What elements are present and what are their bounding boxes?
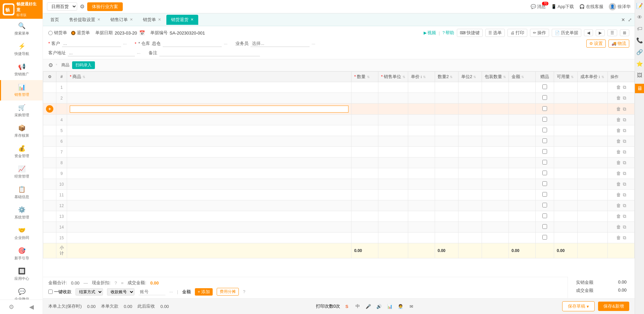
gift-cb[interactable]: [542, 235, 547, 240]
row-cost-3[interactable]: [578, 104, 608, 115]
sidebar-item-marketing[interactable]: 📢 营销推广: [0, 60, 43, 80]
del-icon[interactable]: 🗑: [616, 181, 621, 187]
del-icon[interactable]: 🗑: [616, 203, 621, 208]
tab-sales-delivery-close[interactable]: ✕: [158, 17, 161, 22]
copy-icon-1[interactable]: ⧉: [623, 84, 626, 90]
customer-input[interactable]: [62, 40, 121, 47]
tab-sales-return-close[interactable]: ✕: [191, 17, 194, 22]
sort-icon-price[interactable]: ⇅: [423, 75, 426, 79]
row-qty2-3[interactable]: [435, 104, 458, 115]
row-gift-1[interactable]: [536, 82, 554, 93]
collapse-footer-btn[interactable]: ◀: [29, 303, 34, 311]
tool-icon-6[interactable]: 🧑‍💼: [396, 302, 405, 310]
del-icon[interactable]: 🗑: [616, 192, 621, 198]
warehouse-input[interactable]: [163, 40, 222, 47]
row-product-3[interactable]: [67, 104, 352, 115]
row-qty2-1[interactable]: [435, 82, 458, 93]
sidebar-item-inventory[interactable]: 📦 库存核算: [0, 121, 43, 141]
row-gift-3[interactable]: [536, 104, 554, 115]
row-unit2-1[interactable]: [458, 82, 482, 93]
table-settings-btn[interactable]: ⚙: [48, 62, 53, 68]
row-amount-3[interactable]: [509, 104, 536, 115]
row-avail-3[interactable]: [554, 104, 578, 115]
tool-icon-2[interactable]: 中: [354, 302, 362, 310]
tab-sales-order-close[interactable]: ✕: [130, 17, 133, 22]
sort-icon-qty2[interactable]: ⇅: [450, 75, 452, 79]
grid-view-btn[interactable]: ⊞: [620, 29, 629, 36]
sort-icon-product[interactable]: ⇅: [83, 75, 85, 79]
salesperson-dots-btn[interactable]: ···: [312, 41, 315, 46]
row-amount-1[interactable]: [509, 82, 536, 93]
message-btn[interactable]: 💬 70 消息: [531, 4, 546, 10]
account-select[interactable]: 收款账号: [107, 288, 135, 296]
row-pack-3[interactable]: [482, 104, 508, 115]
row-cost-1[interactable]: [578, 82, 608, 93]
tool-icon-4[interactable]: 🔊: [375, 302, 383, 310]
row-pack-2[interactable]: [482, 93, 508, 104]
tool-icon-1[interactable]: S: [343, 302, 351, 310]
sort-icon-unit2[interactable]: ⇅: [473, 75, 476, 79]
gift-cb[interactable]: [542, 149, 547, 154]
row-avail-2[interactable]: [554, 93, 578, 104]
tab-price-setting[interactable]: 售价提取设置 ✕: [64, 15, 105, 25]
warehouse-dots-btn[interactable]: ···: [224, 41, 227, 46]
row-price-2[interactable]: [408, 93, 435, 104]
del-icon[interactable]: 🗑: [616, 235, 621, 241]
radio-delivery[interactable]: 销货单: [48, 30, 67, 36]
remark-input[interactable]: [159, 50, 260, 56]
delete-icon-3[interactable]: 🗑: [616, 106, 621, 112]
sidebar-item-purchase[interactable]: 🛒 采购管理: [0, 101, 43, 121]
row-unit2-2[interactable]: [458, 93, 482, 104]
cpy-icon[interactable]: ⧉: [623, 235, 626, 241]
rsp-eye-icon[interactable]: 👁: [637, 14, 642, 20]
row-pack-1[interactable]: [482, 82, 508, 93]
del-icon[interactable]: 🗑: [616, 138, 621, 144]
row-product-2[interactable]: [67, 93, 352, 104]
copy-icon-3[interactable]: ⧉: [623, 106, 626, 112]
help-link[interactable]: ? 帮助: [442, 30, 454, 36]
sidebar-item-weixin[interactable]: 💬 企业微信: [0, 285, 43, 300]
tool-icon-3[interactable]: 🎤: [364, 302, 372, 310]
tool-icon-5[interactable]: 📊: [386, 302, 394, 310]
tab-sales-delivery[interactable]: 销货单 ✕: [138, 15, 166, 25]
cpy-icon[interactable]: ⧉: [623, 160, 626, 166]
gift-cb[interactable]: [542, 128, 547, 132]
sort-icon-avail[interactable]: ⇅: [571, 75, 574, 79]
del-icon[interactable]: 🗑: [616, 117, 621, 123]
fee-split-btn[interactable]: 费用分摊: [217, 288, 239, 296]
settings-btn[interactable]: ⚙ 设置: [586, 40, 606, 48]
tool-icon-7[interactable]: ✉: [407, 302, 415, 310]
select-btn[interactable]: ☰ 选单: [485, 29, 505, 37]
one-click-cb-input[interactable]: [48, 290, 53, 294]
rsp-tag-icon[interactable]: 🏷: [637, 26, 642, 32]
row-unit-3[interactable]: [378, 104, 408, 115]
product-input-3[interactable]: [70, 106, 348, 113]
del-icon[interactable]: 🗑: [616, 160, 621, 166]
sidebar-item-newguide[interactable]: 🎯 新手引导: [0, 244, 43, 264]
sidebar-item-finance[interactable]: 💰 资金管理: [0, 141, 43, 162]
cash-discount-help[interactable]: ?: [115, 280, 117, 286]
cpy-icon[interactable]: ⧉: [623, 181, 626, 187]
account-dots-btn[interactable]: ···: [169, 289, 173, 294]
fee-help-icon[interactable]: ?: [243, 289, 245, 294]
one-click-settle-cb[interactable]: 一键收款: [48, 289, 71, 295]
industry-select[interactable]: 日用百货: [47, 2, 77, 11]
save-draft-btn[interactable]: 保存草稿 ▾: [562, 301, 595, 311]
sort-icon-amount[interactable]: ⇅: [521, 75, 524, 79]
sidebar-item-basicinfo[interactable]: 📋 基础信息: [0, 182, 43, 203]
address-input[interactable]: [68, 50, 135, 56]
account-input[interactable]: [139, 289, 165, 295]
online-service-btn[interactable]: 🎧 在线客服: [579, 4, 603, 10]
operate-btn[interactable]: ✏ 操作: [530, 29, 549, 37]
experience-btn[interactable]: 体验行业方案: [87, 2, 123, 11]
tab-price-setting-close[interactable]: ✕: [97, 17, 100, 22]
row-product-1[interactable]: [67, 82, 352, 93]
row-unit-2[interactable]: [378, 93, 408, 104]
radio-return[interactable]: 退货单: [71, 30, 90, 36]
gift-cb[interactable]: [542, 203, 547, 207]
date-picker-btn[interactable]: 📅: [139, 30, 145, 36]
row-qty-2[interactable]: [351, 93, 378, 104]
cpy-icon[interactable]: ⧉: [623, 128, 626, 133]
gift-cb[interactable]: [542, 224, 547, 229]
rsp-link-icon[interactable]: 🔗: [636, 49, 643, 55]
